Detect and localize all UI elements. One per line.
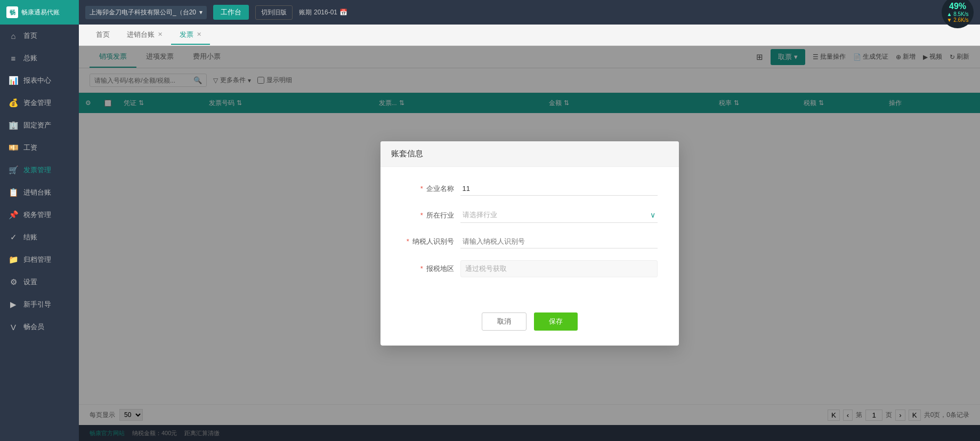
sidebar-item-tax[interactable]: 📌 税务管理 [0,204,79,226]
assets-icon: 🏢 [9,121,18,130]
member-icon: V [9,323,18,332]
tab-salesledger-label: 进销台账 [127,30,155,39]
tax-icon: 📌 [9,210,18,220]
modal-overlay: 账套信息 * 企业名称 * 所在行业 [79,46,980,441]
content-area: 销项发票 进项发票 费用小票 ⊞ 取票 ▾ ☰ 批量操作 📄 [79,46,980,441]
form-row-company: * 企业名称 [402,182,658,196]
invoice-icon: 🛒 [9,165,18,175]
tax-id-input[interactable] [460,235,658,248]
sidebar: 畅 畅康通易代账 ⌂ 首页 ≡ 总账 📊 报表中心 💰 资金管理 🏢 固定资产 … [0,0,79,441]
period-value: 2016-01 [314,9,337,16]
sidebar-item-archive[interactable]: 📁 归档管理 [0,248,79,271]
form-row-tax-id: * 纳税人识别号 [402,235,658,248]
tab-home-label: 首页 [96,30,110,39]
archive-icon: 📁 [9,255,18,264]
tab-invoice-close-icon[interactable]: ✕ [197,31,201,38]
tax-region-label: * 报税地区 [402,264,460,274]
sidebar-label-salary: 工资 [23,143,37,153]
tab-invoice-label: 发票 [180,30,193,39]
tab-home[interactable]: 首页 [87,26,118,45]
dialog-footer: 取消 保存 [380,304,679,346]
reports-icon: 📊 [9,76,18,85]
sidebar-label-tax: 税务管理 [23,210,51,220]
sidebar-item-salary[interactable]: 💴 工资 [0,137,79,159]
tax-id-label: * 纳税人识别号 [402,237,460,246]
cancel-button[interactable]: 取消 [482,312,527,331]
calendar-icon[interactable]: 📅 [339,9,347,16]
sidebar-label-invoice: 发票管理 [23,165,51,175]
sidebar-label-home: 首页 [23,31,37,41]
chevron-down-icon: ▾ [199,9,203,16]
period-info: 账期 2016-01 📅 [299,8,347,17]
sidebar-label-settings: 设置 [23,277,37,287]
app-logo: 畅 畅康通易代账 [0,0,79,25]
sidebar-item-invoice[interactable]: 🛒 发票管理 [0,159,79,181]
finance-icon: 💰 [9,98,18,108]
sidebar-label-salesledger: 进销台账 [23,188,51,197]
tab-salesledger-close-icon[interactable]: ✕ [158,31,163,38]
dialog-title: 账套信息 [380,141,679,167]
main-content: 上海卯金刀电子科技有限公司_（台201... ▾ 工作台 切到旧版 账期 201… [79,0,980,441]
tab-invoice[interactable]: 发票 ✕ [171,26,210,45]
company-name-input[interactable] [460,182,658,196]
account-info-dialog: 账套信息 * 企业名称 * 所在行业 [380,141,679,346]
industry-select[interactable]: 请选择行业 ∨ [460,207,658,223]
save-button[interactable]: 保存 [534,312,578,331]
guide-icon: ▶ [9,300,18,309]
sidebar-label-reports: 报表中心 [23,76,51,85]
salesledger-icon: 📋 [9,188,18,197]
workbench-button[interactable]: 工作台 [213,5,249,20]
sidebar-item-member[interactable]: V 畅会员 [0,316,79,338]
sidebar-label-guide: 新手引导 [23,300,51,309]
close-accounts-icon: ✓ [9,232,18,242]
sidebar-label-close: 结账 [23,232,37,242]
company-name-label: * 企业名称 [402,184,460,194]
form-row-tax-region: * 报税地区 通过税号获取 [402,260,658,277]
network-percent: 49% [949,2,966,11]
sidebar-item-home[interactable]: ⌂ 首页 [0,25,79,47]
period-label: 账期 [299,8,312,17]
sidebar-item-ledger[interactable]: ≡ 总账 [0,47,79,69]
sidebar-label-assets: 固定资产 [23,121,51,130]
network-download-speed: ▼ 2.6K/s [946,17,968,23]
app-name: 畅康通易代账 [21,8,60,17]
sidebar-label-member: 畅会员 [23,322,44,332]
sidebar-label-finance: 资金管理 [23,98,51,108]
old-version-button[interactable]: 切到旧版 [255,5,293,20]
industry-label: * 所在行业 [402,211,460,220]
home-icon: ⌂ [9,31,18,41]
sidebar-item-settings[interactable]: ⚙ 设置 [0,271,79,293]
salary-icon: 💴 [9,143,18,153]
top-header: 上海卯金刀电子科技有限公司_（台201... ▾ 工作台 切到旧版 账期 201… [79,0,980,25]
required-marker-4: * [420,264,423,272]
sidebar-label-archive: 归档管理 [23,255,51,264]
tax-region-readonly: 通过税号获取 [460,260,658,277]
dialog-body: * 企业名称 * 所在行业 请选择行业 ∨ [380,167,679,304]
tab-salesledger[interactable]: 进销台账 ✕ [118,26,171,45]
form-row-industry: * 所在行业 请选择行业 ∨ [402,207,658,223]
industry-placeholder: 请选择行业 [463,210,497,220]
company-selector[interactable]: 上海卯金刀电子科技有限公司_（台201... ▾ [85,6,207,19]
network-upload-speed: ▲ 8.5K/s [946,11,968,17]
chevron-down-icon: ∨ [650,211,655,219]
sidebar-item-guide[interactable]: ▶ 新手引导 [0,293,79,316]
ledger-icon: ≡ [9,54,18,63]
company-name: 上海卯金刀电子科技有限公司_（台201... [90,8,196,17]
required-marker-3: * [407,237,409,245]
required-marker-2: * [420,211,423,219]
tab-bar: 首页 进销台账 ✕ 发票 ✕ [79,25,980,46]
logo-icon: 畅 [6,6,18,18]
sidebar-item-reports[interactable]: 📊 报表中心 [0,69,79,92]
sidebar-item-assets[interactable]: 🏢 固定资产 [0,114,79,137]
sidebar-item-close[interactable]: ✓ 结账 [0,226,79,248]
sidebar-item-finance[interactable]: 💰 资金管理 [0,92,79,114]
sidebar-label-ledger: 总账 [23,53,37,63]
required-marker: * [420,185,423,193]
sidebar-item-salesledger[interactable]: 📋 进销台账 [0,181,79,204]
settings-icon: ⚙ [9,277,18,287]
